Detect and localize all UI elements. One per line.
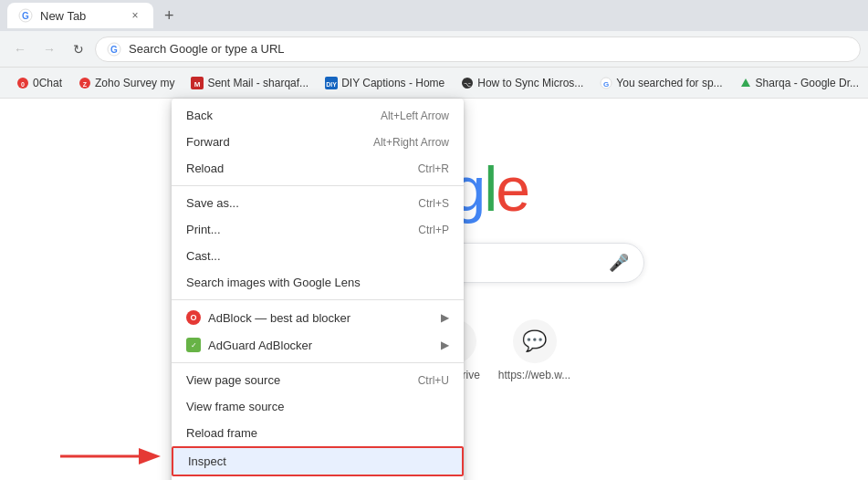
logo-letter-l: l: [484, 154, 496, 224]
reload-icon: ↻: [73, 42, 84, 57]
menu-print-shortcut: Ctrl+P: [418, 224, 449, 236]
bookmark-drive[interactable]: Sharqa - Google Dr...: [732, 75, 866, 91]
tab-close-button[interactable]: ×: [128, 8, 142, 23]
svg-text:DIY: DIY: [326, 80, 337, 87]
address-bar[interactable]: G Search Google or type a URL: [95, 37, 861, 62]
adblock-icon: O: [186, 310, 201, 325]
menu-adblock-label: AdBlock — best ad blocker: [208, 311, 350, 325]
bookmark-0chat[interactable]: 0 0Chat: [9, 75, 69, 91]
svg-text:G: G: [603, 79, 609, 88]
menu-item-adguard[interactable]: ✓ AdGuard AdBlocker ▶: [172, 331, 464, 359]
bookmark-zoho-icon: Z: [78, 77, 91, 89]
reload-button[interactable]: ↻: [66, 37, 91, 62]
menu-item-lens[interactable]: Search images with Google Lens: [172, 269, 464, 296]
tab-title: New Tab: [40, 9, 120, 23]
forward-button[interactable]: →: [37, 37, 62, 62]
bookmark-github-icon: ⌥: [461, 77, 474, 89]
bookmark-diy-icon: DIY: [325, 77, 338, 89]
bookmark-google-icon: G: [600, 77, 612, 89]
svg-text:G: G: [110, 45, 118, 55]
menu-item-viewframe[interactable]: View frame source: [172, 393, 464, 420]
menu-save-shortcut: Ctrl+S: [418, 197, 449, 210]
menu-adguard-label: AdGuard AdBlocker: [208, 339, 312, 352]
shortcut-whatsapp[interactable]: 💬 https://web.w...: [498, 319, 570, 381]
bookmark-drive-icon: [739, 77, 752, 89]
forward-icon: →: [43, 42, 56, 57]
menu-item-save[interactable]: Save as... Ctrl+S: [172, 190, 464, 216]
svg-text:M: M: [194, 79, 201, 88]
arrow-indicator: [57, 445, 166, 467]
menu-item-viewsource[interactable]: View page source Ctrl+U: [172, 367, 464, 393]
bookmark-gmail-icon: M: [191, 77, 204, 89]
tab-favicon-icon: G: [18, 8, 33, 23]
red-arrow-icon: [57, 445, 166, 467]
menu-separator-1: [172, 185, 464, 186]
menu-item-reloadframe[interactable]: Reload frame: [172, 420, 464, 446]
menu-back-label: Back: [186, 109, 213, 122]
shortcut-whatsapp-label: https://web.w...: [498, 369, 570, 381]
menu-separator-3: [172, 362, 464, 363]
adguard-icon: ✓: [186, 338, 201, 352]
bookmark-diy[interactable]: DIY DIY Captions - Home: [318, 75, 452, 91]
svg-text:Z: Z: [83, 80, 88, 87]
menu-back-shortcut: Alt+Left Arrow: [381, 110, 449, 122]
menu-item-forward[interactable]: Forward Alt+Right Arrow: [172, 129, 464, 155]
svg-text:G: G: [22, 11, 29, 21]
address-text: Search Google or type a URL: [129, 42, 849, 56]
menu-reloadframe-label: Reload frame: [186, 426, 257, 440]
context-menu: Back Alt+Left Arrow Forward Alt+Right Ar…: [172, 99, 464, 480]
bookmark-google[interactable]: G You searched for sp...: [592, 75, 729, 91]
back-button[interactable]: ←: [7, 37, 33, 62]
menu-save-label: Save as...: [186, 196, 239, 210]
bookmark-0chat-icon: 0: [16, 77, 29, 89]
bookmark-gmail[interactable]: M Sent Mail - sharqaf...: [183, 75, 316, 91]
shortcut-whatsapp-icon: 💬: [513, 319, 557, 363]
menu-item-back[interactable]: Back Alt+Left Arrow: [172, 102, 464, 129]
back-icon: ←: [14, 42, 26, 57]
adguard-submenu-arrow-icon: ▶: [441, 339, 449, 351]
adblock-submenu-arrow-icon: ▶: [441, 311, 449, 324]
bookmark-github[interactable]: ⌥ How to Sync Micros...: [454, 75, 591, 91]
menu-viewframe-label: View frame source: [186, 400, 284, 413]
menu-lens-label: Search images with Google Lens: [186, 276, 361, 289]
menu-footer: QUETXT: [172, 476, 464, 480]
menu-viewsource-shortcut: Ctrl+U: [418, 374, 449, 387]
new-tab-button[interactable]: +: [157, 6, 182, 26]
menu-separator-2: [172, 299, 464, 300]
svg-marker-16: [741, 78, 750, 87]
mic-icon[interactable]: 🎤: [609, 253, 629, 273]
svg-text:0: 0: [21, 80, 25, 87]
menu-item-inspect[interactable]: Inspect: [172, 446, 464, 476]
menu-inspect-label: Inspect: [188, 454, 226, 468]
menu-print-label: Print...: [186, 223, 221, 236]
menu-reload-label: Reload: [186, 162, 224, 175]
bookmark-zoho[interactable]: Z Zoho Survey my: [71, 75, 182, 91]
title-bar: G New Tab × +: [0, 0, 868, 31]
nav-bar: ← → ↻ G Search Google or type a URL: [0, 31, 868, 68]
menu-viewsource-label: View page source: [186, 373, 280, 387]
svg-text:⌥: ⌥: [464, 80, 471, 87]
menu-item-adblock[interactable]: O AdBlock — best ad blocker ▶: [172, 304, 464, 331]
menu-reload-shortcut: Ctrl+R: [418, 162, 449, 175]
menu-forward-shortcut: Alt+Right Arrow: [373, 136, 449, 149]
menu-cast-label: Cast...: [186, 249, 221, 263]
browser-tab[interactable]: G New Tab ×: [7, 3, 153, 28]
logo-letter-e: e: [496, 154, 528, 224]
menu-item-cast[interactable]: Cast...: [172, 243, 464, 269]
menu-item-reload[interactable]: Reload Ctrl+R: [172, 155, 464, 182]
bookmarks-bar: 0 0Chat Z Zoho Survey my M Sent Mail - s…: [0, 68, 868, 99]
menu-item-print[interactable]: Print... Ctrl+P: [172, 216, 464, 243]
menu-forward-label: Forward: [186, 135, 230, 149]
address-favicon-icon: G: [107, 42, 121, 57]
